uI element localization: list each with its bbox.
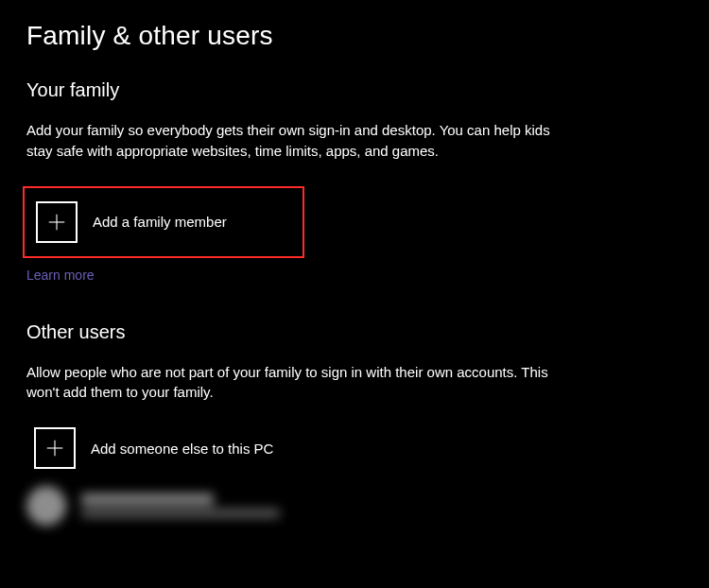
plus-icon <box>36 201 78 243</box>
add-family-label: Add a family member <box>93 214 227 230</box>
user-name-placeholder <box>81 493 214 505</box>
learn-more-link[interactable]: Learn more <box>26 268 95 283</box>
other-users-heading: Other users <box>26 321 683 343</box>
page-title: Family & other users <box>26 21 683 51</box>
plus-icon <box>34 427 76 469</box>
add-family-highlight: Add a family member <box>23 186 304 258</box>
user-row[interactable] <box>26 486 683 526</box>
other-users-description: Allow people who are not part of your fa… <box>26 362 556 404</box>
your-family-description: Add your family so everybody gets their … <box>26 120 556 162</box>
your-family-heading: Your family <box>26 79 683 101</box>
avatar <box>26 486 66 526</box>
add-other-user-label: Add someone else to this PC <box>91 441 273 457</box>
user-email-placeholder <box>81 509 280 518</box>
add-family-member-button[interactable]: Add a family member <box>36 201 291 243</box>
add-other-user-button[interactable]: Add someone else to this PC <box>34 427 683 469</box>
